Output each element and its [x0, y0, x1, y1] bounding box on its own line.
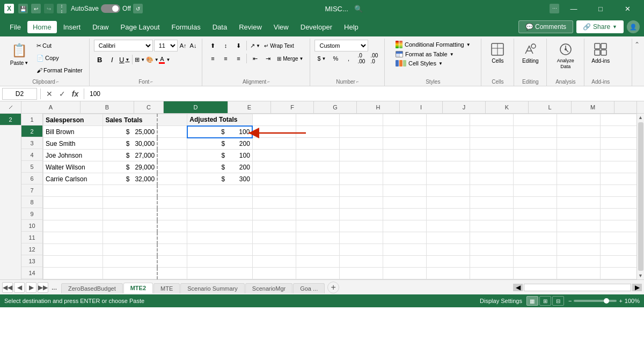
row-1[interactable]: 1 [21, 114, 42, 125]
cell-H8[interactable] [383, 197, 426, 209]
cell-L10[interactable] [557, 220, 600, 232]
cell-C9[interactable] [157, 209, 187, 220]
row-3[interactable]: 3 [21, 137, 42, 149]
menu-developer[interactable]: Developer [295, 21, 338, 33]
col-header-D[interactable]: D [164, 101, 228, 113]
cell-reference-box[interactable]: D2 [2, 88, 37, 100]
cell-E2[interactable] [252, 126, 296, 138]
menu-view[interactable]: View [268, 21, 294, 33]
save-icon[interactable]: 💾 [18, 4, 28, 13]
cell-F14[interactable] [296, 268, 339, 279]
col-header-F[interactable]: F [271, 101, 314, 113]
addins-button[interactable]: Add-ins [589, 40, 612, 65]
alignment-expand[interactable]: ⌐ [267, 79, 270, 84]
cell-E11[interactable] [252, 232, 296, 244]
cell-A14[interactable] [43, 268, 103, 279]
cell-I4[interactable] [426, 150, 470, 161]
cell-I3[interactable] [426, 138, 470, 150]
sheet-tab-goa[interactable]: Goa ... [293, 283, 325, 293]
menu-formulas[interactable]: Formulas [166, 21, 206, 33]
sheet-tab-mte[interactable]: MTE [153, 283, 180, 293]
cell-K11[interactable] [513, 232, 557, 244]
add-sheet-button[interactable]: + [327, 282, 339, 293]
cell-D6[interactable]: $ 300 [187, 173, 253, 185]
cell-E6[interactable] [252, 173, 296, 185]
cell-G5[interactable] [339, 161, 383, 173]
orientation-button[interactable]: ↗▼ [249, 40, 261, 51]
cancel-formula-icon[interactable]: ✕ [44, 90, 55, 98]
cell-G4[interactable] [339, 150, 383, 161]
cell-C7[interactable] [157, 185, 187, 197]
cell-J1[interactable] [470, 114, 513, 126]
sheet-tab-scenario-summary[interactable]: Scenario Summary [180, 283, 245, 293]
cell-D4[interactable]: $ 100 [187, 150, 253, 161]
cell-B11[interactable] [103, 232, 157, 244]
cell-I11[interactable] [426, 232, 470, 244]
cell-K2[interactable] [513, 126, 557, 138]
cell-E9[interactable] [252, 209, 296, 220]
formula-input[interactable] [87, 88, 642, 100]
cell-I6[interactable] [426, 173, 470, 185]
row-5[interactable]: 5 [21, 161, 42, 173]
cell-H6[interactable] [383, 173, 426, 185]
cell-C3[interactable] [157, 138, 187, 150]
cell-D7[interactable] [187, 185, 253, 197]
row-6[interactable]: 6 [21, 173, 42, 184]
underline-button[interactable]: U▼ [119, 54, 130, 65]
scroll-up[interactable]: ▲ [637, 114, 644, 121]
format-painter-button[interactable]: 🖌 Format Painter [34, 64, 85, 76]
cell-D3[interactable]: $ 200 [187, 138, 253, 150]
cell-L12[interactable] [557, 244, 600, 256]
zoom-slider[interactable] [574, 300, 617, 302]
cell-J13[interactable] [470, 256, 513, 268]
search-icon[interactable]: 🔍 [354, 5, 363, 13]
cell-L8[interactable] [557, 197, 600, 209]
cell-H14[interactable] [383, 268, 426, 279]
cell-J12[interactable] [470, 244, 513, 256]
sheet-tab-mte2[interactable]: MTE2 [123, 283, 153, 293]
cell-C11[interactable] [157, 232, 187, 244]
function-icon[interactable]: fx [70, 90, 80, 98]
sheet-last-button[interactable]: ▶▶ [38, 282, 48, 293]
left-align-button[interactable]: ≡ [207, 53, 218, 64]
cell-K7[interactable] [513, 185, 557, 197]
cell-G2[interactable] [339, 126, 383, 138]
increase-font-button[interactable]: A↑ [179, 41, 188, 50]
cell-L1[interactable] [557, 114, 600, 126]
cut-button[interactable]: ✂ Cut [34, 40, 85, 51]
cell-F6[interactable] [296, 173, 339, 185]
cell-I10[interactable] [426, 220, 470, 232]
cell-B14[interactable] [103, 268, 157, 279]
row-4[interactable]: 4 [21, 149, 42, 161]
cell-K14[interactable] [513, 268, 557, 279]
cell-D12[interactable] [187, 244, 253, 256]
ribbon-collapse-button[interactable]: ⌃ [634, 41, 640, 48]
cell-A8[interactable] [43, 197, 103, 209]
cell-C10[interactable] [157, 220, 187, 232]
menu-file[interactable]: File [4, 21, 26, 33]
cell-H3[interactable] [383, 138, 426, 150]
cell-D11[interactable] [187, 232, 253, 244]
cell-K5[interactable] [513, 161, 557, 173]
cell-K9[interactable] [513, 209, 557, 220]
page-break-view-button[interactable]: ⊟ [552, 296, 564, 306]
font-size-select[interactable]: 11 [154, 40, 178, 51]
cell-B5[interactable]: $ 29,000 [103, 161, 157, 173]
undo-icon[interactable]: ↩ [31, 4, 41, 13]
cell-G6[interactable] [339, 173, 383, 185]
cell-G7[interactable] [339, 185, 383, 197]
cell-B6[interactable]: $ 32,000 [103, 173, 157, 185]
cell-B1[interactable]: Sales Totals [103, 114, 157, 126]
cell-B2[interactable]: $ 25,000 [103, 126, 157, 138]
sheet-more-button[interactable]: ... [49, 284, 59, 291]
bottom-align-button[interactable]: ⬇ [232, 40, 244, 51]
cell-H12[interactable] [383, 244, 426, 256]
cell-I7[interactable] [426, 185, 470, 197]
cell-F1[interactable] [296, 114, 339, 126]
cell-J11[interactable] [470, 232, 513, 244]
cell-K8[interactable] [513, 197, 557, 209]
col-header-C[interactable]: C [134, 101, 164, 113]
cell-H7[interactable] [383, 185, 426, 197]
cell-G11[interactable] [339, 232, 383, 244]
cell-L4[interactable] [557, 150, 600, 161]
